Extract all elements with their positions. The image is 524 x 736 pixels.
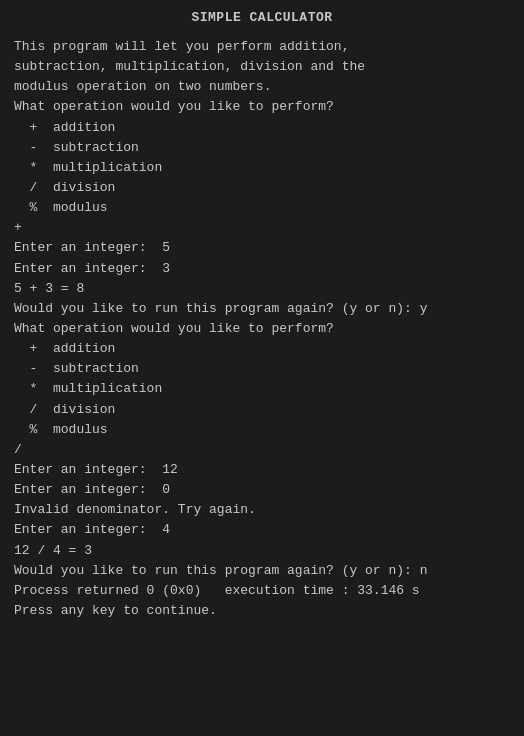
- terminal-line-op2c: * multiplication: [14, 379, 510, 399]
- terminal-line-int2a: Enter an integer: 12: [14, 460, 510, 480]
- terminal-line-result1: 5 + 3 = 8: [14, 279, 510, 299]
- terminal-line-result2: 12 / 4 = 3: [14, 541, 510, 561]
- terminal-line-op1e: % modulus: [14, 198, 510, 218]
- terminal-line-int2c: Enter an integer: 4: [14, 520, 510, 540]
- terminal-line-op2a: + addition: [14, 339, 510, 359]
- terminal-line-op2d: / division: [14, 400, 510, 420]
- terminal-line-input2: /: [14, 440, 510, 460]
- terminal-line-int1b: Enter an integer: 3: [14, 259, 510, 279]
- terminal-line-int2b: Enter an integer: 0: [14, 480, 510, 500]
- terminal-line-op1b: - subtraction: [14, 138, 510, 158]
- terminal-line-q2: What operation would you like to perform…: [14, 319, 510, 339]
- terminal-line-desc1: This program will let you perform additi…: [14, 37, 510, 57]
- terminal-line-again2: Would you like to run this program again…: [14, 561, 510, 581]
- terminal-line-op2e: % modulus: [14, 420, 510, 440]
- terminal-line-op1a: + addition: [14, 118, 510, 138]
- terminal-line-input1: +: [14, 218, 510, 238]
- terminal-line-process: Process returned 0 (0x0) execution time …: [14, 581, 510, 601]
- terminal-content: This program will let you perform additi…: [14, 37, 510, 621]
- terminal-line-again1: Would you like to run this program again…: [14, 299, 510, 319]
- terminal-line-op1d: / division: [14, 178, 510, 198]
- terminal-line-invalid: Invalid denominator. Try again.: [14, 500, 510, 520]
- terminal-line-op1c: * multiplication: [14, 158, 510, 178]
- terminal-line-presskey: Press any key to continue.: [14, 601, 510, 621]
- terminal-window: SIMPLE CALCULATOR This program will let …: [0, 0, 524, 736]
- terminal-title: SIMPLE CALCULATOR: [14, 10, 510, 25]
- terminal-line-desc3: modulus operation on two numbers.: [14, 77, 510, 97]
- terminal-line-op2b: - subtraction: [14, 359, 510, 379]
- terminal-line-desc2: subtraction, multiplication, division an…: [14, 57, 510, 77]
- terminal-line-q1: What operation would you like to perform…: [14, 97, 510, 117]
- terminal-line-int1a: Enter an integer: 5: [14, 238, 510, 258]
